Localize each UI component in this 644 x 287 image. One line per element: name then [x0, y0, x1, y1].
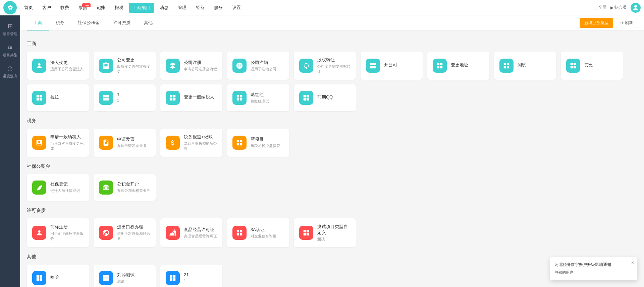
nav-item-管理[interactable]: 管理 — [174, 3, 191, 13]
svg-rect-6 — [437, 66, 439, 68]
card-desc: 当月或次月成变更完成 — [50, 141, 84, 151]
sidebar-item-项目类型[interactable]: ≋ 项目类型 — [0, 40, 20, 61]
card-title: 公司注销 — [251, 60, 276, 66]
new-type-button[interactable]: 新增业务类型 — [580, 18, 613, 28]
card-title: 进出口权办理 — [117, 224, 150, 230]
card-前期QQ[interactable]: 前期QQ — [294, 84, 356, 111]
svg-rect-52 — [103, 275, 106, 278]
tab-工商[interactable]: 工商 — [27, 16, 49, 30]
card-公司注销[interactable]: 公司注销适用于注销公司 — [227, 52, 289, 80]
card-title: 社保登记 — [50, 181, 80, 187]
card-葛红红[interactable]: 葛红红葛红红测试 — [227, 84, 289, 111]
card-新项目[interactable]: 新项目报税加税控盘保管 — [227, 129, 289, 157]
refresh-icon: ↺ — [620, 21, 624, 25]
notification-close-button[interactable]: × — [631, 260, 634, 265]
card-icon — [299, 91, 313, 105]
refresh-button[interactable]: ↺ 刷新 — [616, 18, 637, 28]
svg-rect-30 — [237, 98, 239, 100]
card-content: 社保登记进行人员社保登记 — [50, 181, 80, 193]
card-食品经营许可证[interactable]: 食品经营许可证办理食品经营许可证 — [160, 218, 222, 247]
sidebar-item-项目管理[interactable]: ⊞ 项目管理 — [0, 19, 20, 40]
card-content: 葛红红葛红红测试 — [251, 92, 269, 104]
nav-item-票据[interactable]: 票据new — [74, 3, 91, 13]
fullscreen-button[interactable]: ⛶ 全屏 — [593, 5, 606, 10]
card-社保登记[interactable]: 社保登记进行人员社保登记 — [27, 174, 89, 201]
card-title: 申请发票 — [117, 136, 147, 142]
svg-rect-9 — [507, 63, 509, 65]
nav-item-工商项目[interactable]: 工商项目 — [129, 3, 154, 13]
card-法人变更[interactable]: 法人变更适用于公司变更法人 — [27, 52, 89, 80]
card-1[interactable]: 11 — [94, 84, 156, 111]
section-title: 税务 — [27, 118, 637, 124]
notification-title: 河北税务数字账户升级影响通知 — [555, 262, 633, 268]
nav-item-首页[interactable]: 首页 — [20, 3, 37, 13]
nav-item-服务[interactable]: 服务 — [210, 3, 227, 13]
svg-rect-23 — [106, 98, 109, 100]
card-公积金开户[interactable]: 公积金开户办理公积金相关业务 — [94, 174, 156, 201]
tab-许可资质[interactable]: 许可资质 — [106, 16, 137, 30]
card-icon — [32, 59, 46, 73]
card-申请发票[interactable]: 申请发票办理申请发票业务 — [94, 129, 156, 157]
card-content: 3A认证对企业信誉评级 — [251, 227, 276, 239]
section-许可资质: 许可资质商标注册用于企业商标注册服务进出口权办理适用于对外贸易经营者食品经营许可… — [27, 208, 637, 247]
card-desc: 股权变更外的业务变更 — [117, 64, 150, 74]
card-哈哈[interactable]: 哈哈 — [27, 265, 89, 287]
nav-item-消息[interactable]: 消息 — [156, 3, 172, 13]
section-税务: 税务申请一般纳税人当月或次月成变更完成申请发票办理申请发票业务税务报道+记账拿到… — [27, 118, 637, 157]
card-title: 测试项目类型自定义 — [317, 224, 351, 236]
tab-其他[interactable]: 其他 — [137, 16, 159, 30]
avatar[interactable] — [631, 3, 641, 13]
card-商标注册[interactable]: 商标注册用于企业商标注册服务 — [27, 218, 89, 247]
card-icon — [99, 91, 113, 105]
card-content: 新项目报税加税控盘保管 — [251, 136, 280, 148]
nav-item-收费[interactable]: 收费 — [56, 3, 73, 13]
tab-社保公积金[interactable]: 社保公积金 — [71, 16, 106, 30]
main-content: 工商税务社保公积金许可资质其他 新增业务类型 ↺ 刷新 工商法人变更适用于公司变… — [20, 15, 644, 287]
nav-item-报税[interactable]: 报税 — [111, 3, 127, 13]
svg-rect-56 — [170, 275, 172, 278]
sidebar-item-进度监测[interactable]: ◷ 进度监测 — [0, 61, 20, 82]
card-icon — [32, 181, 46, 195]
card-变更地址[interactable]: 变更地址 — [427, 52, 489, 80]
logo: ✿ — [3, 1, 17, 14]
card-税务报道+记账[interactable]: 税务报道+记账拿到营业执照的新公司 — [160, 129, 222, 157]
card-icon — [232, 226, 247, 240]
card-测试项目类型自定义[interactable]: 测试项目类型自定义测试 — [294, 218, 356, 247]
nav-item-客户[interactable]: 客户 — [38, 3, 55, 13]
card-进出口权办理[interactable]: 进出口权办理适用于对外贸易经营者 — [94, 218, 156, 247]
svg-rect-49 — [40, 275, 42, 278]
card-变更一般纳税人[interactable]: 变更一般纳税人 — [160, 84, 222, 111]
card-desc: 适用于注销公司 — [251, 67, 276, 72]
card-公司变更[interactable]: 公司变更股权变更外的业务变更 — [94, 52, 156, 80]
svg-rect-3 — [373, 66, 376, 68]
svg-rect-18 — [37, 98, 39, 100]
card-公司注册[interactable]: 公司注册申请公司注册全流程 — [160, 52, 222, 80]
card-21[interactable]: 211 — [160, 265, 222, 287]
member-button[interactable]: ▶ 畅会员 — [610, 5, 627, 10]
card-title: 3A认证 — [251, 227, 276, 233]
card-icon — [499, 59, 514, 73]
card-title: 公司变更 — [117, 57, 150, 63]
card-变更[interactable]: 变更 — [561, 52, 623, 80]
card-开公司[interactable]: 开公司 — [361, 52, 423, 80]
svg-rect-8 — [504, 63, 506, 65]
card-content: 前期QQ — [317, 94, 333, 101]
card-刘聪测试[interactable]: 刘聪测试测试 — [94, 265, 156, 287]
card-3A认证[interactable]: 3A认证对企业信誉评级 — [227, 218, 289, 247]
tab-items: 工商税务社保公积金许可资质其他 — [27, 16, 159, 30]
card-title: 拉拉 — [50, 94, 59, 100]
tab-税务[interactable]: 税务 — [49, 16, 71, 30]
svg-rect-45 — [307, 230, 309, 232]
nav-item-经营[interactable]: 经营 — [192, 3, 209, 13]
svg-rect-19 — [40, 98, 42, 100]
card-申请一般纳税人[interactable]: 申请一般纳税人当月或次月成变更完成 — [27, 129, 89, 157]
refresh-label: 刷新 — [625, 20, 633, 26]
card-content: 变更地址 — [451, 62, 468, 69]
card-拉拉[interactable]: 拉拉 — [27, 84, 89, 111]
card-股权转让[interactable]: 股权转让公司变更需要股权转让 — [294, 52, 356, 80]
card-desc: 拿到营业执照的新公司 — [184, 141, 217, 151]
nav-item-记账[interactable]: 记账 — [93, 3, 109, 13]
nav-item-设置[interactable]: 设置 — [228, 3, 245, 13]
card-测试[interactable]: 测试 — [494, 52, 556, 80]
card-desc: 1 — [184, 278, 189, 283]
